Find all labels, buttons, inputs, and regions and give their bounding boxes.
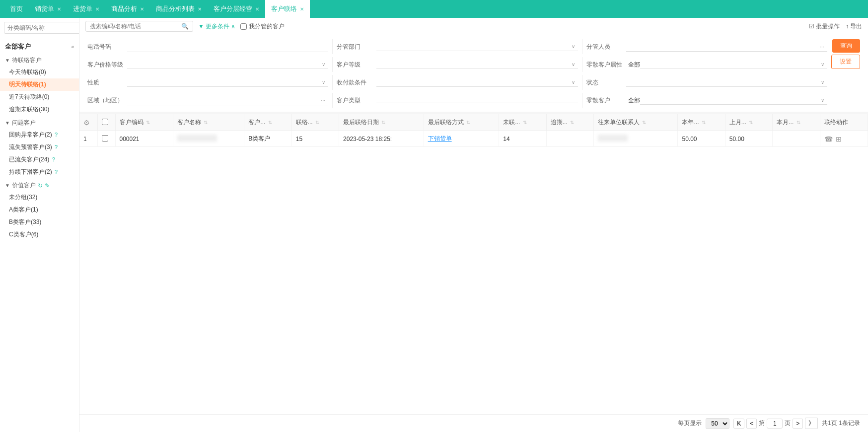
- my-customers-checkbox-label[interactable]: 我分管的客户: [240, 22, 285, 31]
- collapse-icon[interactable]: «: [71, 44, 74, 50]
- refresh-icon[interactable]: ↻: [38, 182, 43, 189]
- nav-home[interactable]: 首页: [4, 4, 29, 13]
- edit-icon[interactable]: ✎: [45, 182, 50, 189]
- help-icon: ?: [55, 132, 58, 138]
- retail-attr-select[interactable]: ∨: [640, 60, 827, 69]
- retail-customer-val: 全部: [628, 96, 640, 105]
- search-icon[interactable]: 🔍: [181, 23, 189, 30]
- th-last-month: 上月... ⇅: [725, 114, 772, 131]
- nav-item-purchase[interactable]: 进货单 ✕: [67, 0, 105, 18]
- nav-item-analysis[interactable]: 商品分析 ✕: [105, 0, 150, 18]
- customer-type-select[interactable]: [376, 99, 578, 102]
- filter-status: 状态 ∨: [586, 78, 827, 87]
- td-overdue: [546, 131, 593, 147]
- page-size-select[interactable]: 50: [706, 418, 729, 429]
- td-contact-person: [594, 131, 678, 147]
- all-customers-header[interactable]: 全部客户 «: [0, 38, 79, 53]
- status-select[interactable]: ∨: [626, 78, 827, 87]
- close-icon[interactable]: ✕: [198, 6, 202, 12]
- caret-icon: ∨: [322, 62, 325, 67]
- my-customers-checkbox[interactable]: [240, 23, 247, 30]
- td-type: B类客户: [244, 131, 291, 147]
- td-this-year: 50.00: [678, 131, 725, 147]
- td-checkbox: [97, 131, 115, 147]
- sidebar-item-7days[interactable]: 近7天待联络(0): [0, 91, 79, 103]
- sidebar-item-declining[interactable]: 持续下滑客户(2) ?: [0, 166, 79, 178]
- nature-select[interactable]: ∨: [127, 78, 328, 87]
- region-label: 区域（地区）: [87, 96, 127, 105]
- caret-icon: ∨: [572, 44, 575, 49]
- nav-item-analysis-list[interactable]: 商品分析列表 ✕: [150, 0, 208, 18]
- sidebar-item-ungrouped[interactable]: 未分组(32): [0, 191, 79, 204]
- sidebar-item-b-class[interactable]: B类客户(33): [0, 216, 79, 228]
- th-last-method: 最后联络方式 ⇅: [424, 114, 499, 131]
- last-method-link[interactable]: 下销货单: [428, 135, 452, 142]
- nav-item-sales[interactable]: 销货单 ✕: [29, 0, 67, 18]
- retail-customer-select[interactable]: ∨: [640, 96, 827, 105]
- filter-retail-attr: 零散客户属性 全部 ∨: [586, 60, 827, 69]
- close-icon[interactable]: ✕: [300, 6, 304, 12]
- td-this-month: [773, 131, 820, 147]
- search-input[interactable]: [90, 23, 179, 30]
- sidebar-item-c-class[interactable]: C类客户(6): [0, 228, 79, 241]
- sort-icon: ⇅: [268, 120, 272, 125]
- close-icon[interactable]: ✕: [140, 6, 144, 12]
- total-label: 共1页 1条记录: [822, 419, 860, 428]
- filter-icon: ▼: [198, 23, 204, 30]
- query-button[interactable]: 查询: [832, 39, 860, 53]
- payment-select[interactable]: ∨: [376, 78, 578, 87]
- first-page-button[interactable]: K: [733, 419, 744, 429]
- nav-item-customer-contact[interactable]: 客户联络 ✕: [265, 0, 310, 18]
- settings-icon[interactable]: ⚙: [83, 119, 90, 127]
- page-nav: K < 第 页 > 》: [733, 418, 818, 429]
- table-area: ⚙ 客户编码 ⇅ 客户名称 ⇅: [79, 114, 868, 414]
- filter-panel: 电话号码 分管部门 ∨ 分管人员: [79, 35, 868, 112]
- filter-dept: 分管部门 ∨: [337, 42, 578, 51]
- th-last-date: 最后联络日期 ⇅: [339, 114, 424, 131]
- next-page-button[interactable]: >: [793, 419, 803, 429]
- sidebar-item-today[interactable]: 今天待联络(0): [0, 66, 79, 78]
- td-code: 000021: [115, 131, 173, 147]
- th-code: 客户编码 ⇅: [115, 114, 173, 131]
- export-button[interactable]: ↑ 导出: [846, 22, 862, 31]
- sidebar-search-input[interactable]: [4, 22, 79, 34]
- last-page-button[interactable]: 》: [805, 418, 818, 429]
- sidebar-item-overdue[interactable]: 逾期未联络(30): [0, 103, 79, 116]
- nav-item-customer-segment[interactable]: 客户分层经营 ✕: [208, 0, 265, 18]
- sidebar: 🔍 全部客户 « ▼ 待联络客户 今天待联络(0) 明天待联络(1) 近7天待联…: [0, 18, 79, 432]
- action-icons: ☎ ⊞: [824, 135, 864, 143]
- price-level-select[interactable]: ∨: [127, 60, 328, 69]
- help-icon: ?: [52, 156, 55, 162]
- help-icon: ?: [55, 144, 58, 150]
- sidebar-search-area: 🔍: [0, 18, 79, 38]
- close-icon[interactable]: ✕: [57, 6, 61, 12]
- page-input[interactable]: [767, 419, 783, 429]
- sidebar-item-tomorrow[interactable]: 明天待联络(1): [0, 78, 79, 91]
- dept-select[interactable]: ∨: [376, 42, 578, 51]
- prev-page-button[interactable]: <: [746, 419, 757, 429]
- th-uncontacted: 未联... ⇅: [499, 114, 546, 131]
- retail-attr-value: 全部: [628, 61, 640, 69]
- divider: [582, 75, 582, 90]
- sidebar-item-churn-warning[interactable]: 流失预警客户(3) ?: [0, 141, 79, 153]
- person-select[interactable]: ···: [626, 42, 827, 52]
- phone-action-icon[interactable]: ☎: [824, 135, 833, 143]
- grid-action-icon[interactable]: ⊞: [836, 135, 842, 143]
- phone-input[interactable]: [127, 42, 328, 52]
- customer-level-select[interactable]: ∨: [376, 60, 578, 69]
- filter-row-2: 客户价格等级 ∨ 客户等级 ∨: [87, 57, 827, 72]
- page-unit: 页: [785, 419, 791, 428]
- td-index: 1: [79, 131, 97, 147]
- close-icon[interactable]: ✕: [255, 6, 259, 12]
- more-icon: ···: [321, 97, 325, 103]
- sidebar-item-a-class[interactable]: A类客户(1): [0, 204, 79, 216]
- batch-action-button[interactable]: ☑ 批量操作: [809, 22, 840, 31]
- region-select[interactable]: ···: [127, 96, 328, 105]
- select-all-checkbox[interactable]: [102, 119, 108, 125]
- more-filter-button[interactable]: ▼ 更多条件 ∧: [198, 22, 235, 31]
- sidebar-item-churned[interactable]: 已流失客户(24) ?: [0, 153, 79, 166]
- sidebar-item-repurchase-abnormal[interactable]: 回购异常客户(2) ?: [0, 129, 79, 141]
- close-icon[interactable]: ✕: [95, 6, 99, 12]
- set-button[interactable]: 设置: [831, 55, 860, 69]
- row-checkbox[interactable]: [102, 135, 108, 142]
